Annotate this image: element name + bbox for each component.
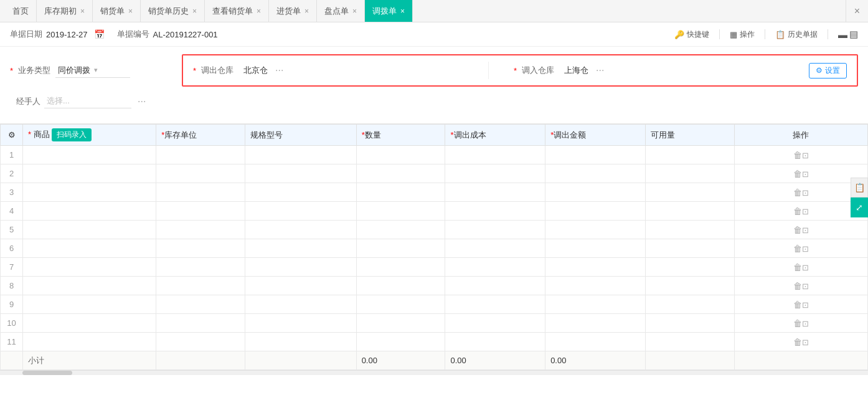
amount-cell[interactable]	[545, 333, 646, 351]
amount-cell[interactable]	[545, 146, 646, 164]
close-icon[interactable]: ×	[192, 7, 197, 15]
available-cell[interactable]	[645, 295, 734, 314]
copy-icon[interactable]: ⊡	[802, 226, 809, 235]
handler-input[interactable]: 选择...	[44, 94, 131, 108]
copy-icon[interactable]: ⊡	[802, 169, 809, 179]
unit-cell[interactable]	[156, 277, 245, 295]
in-warehouse-value[interactable]: 上海仓	[564, 65, 588, 76]
calendar-icon[interactable]: 📅	[94, 29, 105, 39]
available-cell[interactable]	[645, 314, 734, 333]
tab-sales-order[interactable]: 销货单 ×	[93, 0, 141, 22]
col-settings[interactable]: ⚙	[1, 125, 23, 146]
spec-cell[interactable]	[245, 314, 357, 333]
tab-inventory[interactable]: 盘点单 ×	[317, 0, 365, 22]
copy-icon[interactable]: ⊡	[802, 263, 809, 272]
delete-icon[interactable]: 🗑	[793, 337, 802, 347]
spec-cell[interactable]	[245, 202, 357, 221]
cost-cell[interactable]	[445, 295, 545, 314]
business-type-dropdown[interactable]: 同价调拨 ▾	[55, 64, 130, 78]
unit-cell[interactable]	[156, 183, 245, 202]
product-cell[interactable]	[23, 221, 156, 239]
amount-cell[interactable]	[545, 277, 646, 295]
unit-cell[interactable]	[156, 258, 245, 277]
product-cell[interactable]	[23, 333, 156, 351]
copy-icon[interactable]: ⊡	[802, 300, 809, 310]
quantity-cell[interactable]	[356, 314, 445, 333]
unit-cell[interactable]	[156, 164, 245, 183]
tab-home[interactable]: 首页	[5, 0, 37, 22]
quantity-cell[interactable]	[356, 146, 445, 164]
copy-icon[interactable]: ⊡	[802, 207, 809, 216]
copy-icon[interactable]: ⊡	[802, 244, 809, 254]
tab-purchase[interactable]: 进货单 ×	[269, 0, 317, 22]
unit-cell[interactable]	[156, 202, 245, 221]
unit-cell[interactable]	[156, 295, 245, 314]
spec-cell[interactable]	[245, 258, 357, 277]
spec-cell[interactable]	[245, 333, 357, 351]
in-warehouse-more-icon[interactable]: ···	[596, 65, 604, 76]
product-cell[interactable]	[23, 202, 156, 221]
product-cell[interactable]	[23, 277, 156, 295]
cost-cell[interactable]	[445, 183, 545, 202]
unit-cell[interactable]	[156, 333, 245, 351]
product-cell[interactable]	[23, 183, 156, 202]
close-icon[interactable]: ×	[352, 7, 357, 15]
quantity-cell[interactable]	[356, 221, 445, 239]
out-warehouse-more-icon[interactable]: ···	[275, 65, 283, 76]
scrollbar-thumb[interactable]	[22, 371, 72, 375]
out-warehouse-value[interactable]: 北京仓	[243, 65, 268, 76]
available-cell[interactable]	[645, 277, 734, 295]
cost-cell[interactable]	[445, 314, 545, 333]
delete-icon[interactable]: 🗑	[793, 225, 802, 235]
expand-float-button[interactable]: ⤢	[851, 198, 868, 217]
amount-cell[interactable]	[545, 239, 646, 258]
cost-cell[interactable]	[445, 146, 545, 164]
gear-icon[interactable]: ⚙	[8, 130, 16, 140]
delete-icon[interactable]: 🗑	[793, 244, 802, 254]
number-value[interactable]: AL-20191227-001	[153, 30, 218, 39]
note-float-button[interactable]: 📋	[851, 178, 868, 198]
delete-icon[interactable]: 🗑	[793, 300, 802, 310]
cost-cell[interactable]	[445, 258, 545, 277]
unit-cell[interactable]	[156, 221, 245, 239]
copy-icon[interactable]: ⊡	[802, 282, 809, 291]
quantity-cell[interactable]	[356, 295, 445, 314]
amount-cell[interactable]	[545, 314, 646, 333]
quantity-cell[interactable]	[356, 202, 445, 221]
amount-cell[interactable]	[545, 202, 646, 221]
spec-cell[interactable]	[245, 277, 357, 295]
date-value[interactable]: 2019-12-27	[46, 30, 88, 39]
available-cell[interactable]	[645, 202, 734, 221]
cost-cell[interactable]	[445, 239, 545, 258]
copy-icon[interactable]: ⊡	[802, 319, 809, 328]
spec-cell[interactable]	[245, 183, 357, 202]
tab-transfer[interactable]: 调拨单 ×	[365, 0, 413, 22]
spec-cell[interactable]	[245, 146, 357, 164]
close-icon[interactable]: ×	[128, 7, 133, 15]
history-button[interactable]: 📋 历史单据	[775, 29, 818, 40]
available-cell[interactable]	[645, 333, 734, 351]
cost-cell[interactable]	[445, 221, 545, 239]
tab-view-sales[interactable]: 查看销货单 ×	[205, 0, 269, 22]
quantity-cell[interactable]	[356, 183, 445, 202]
amount-cell[interactable]	[545, 183, 646, 202]
product-cell[interactable]	[23, 164, 156, 183]
quantity-cell[interactable]	[356, 164, 445, 183]
cost-cell[interactable]	[445, 202, 545, 221]
close-icon[interactable]: ×	[304, 7, 309, 15]
spec-cell[interactable]	[245, 239, 357, 258]
product-cell[interactable]	[23, 314, 156, 333]
product-cell[interactable]	[23, 295, 156, 314]
delete-icon[interactable]: 🗑	[793, 150, 802, 160]
delete-icon[interactable]: 🗑	[793, 281, 802, 291]
unit-cell[interactable]	[156, 146, 245, 164]
spec-cell[interactable]	[245, 295, 357, 314]
close-icon[interactable]: ×	[80, 7, 85, 15]
cost-cell[interactable]	[445, 333, 545, 351]
delete-icon[interactable]: 🗑	[793, 188, 802, 198]
quantity-cell[interactable]	[356, 277, 445, 295]
amount-cell[interactable]	[545, 221, 646, 239]
operations-button[interactable]: ▦ 操作	[730, 29, 755, 40]
tab-sales-history[interactable]: 销货单历史 ×	[141, 0, 205, 22]
available-cell[interactable]	[645, 146, 734, 164]
